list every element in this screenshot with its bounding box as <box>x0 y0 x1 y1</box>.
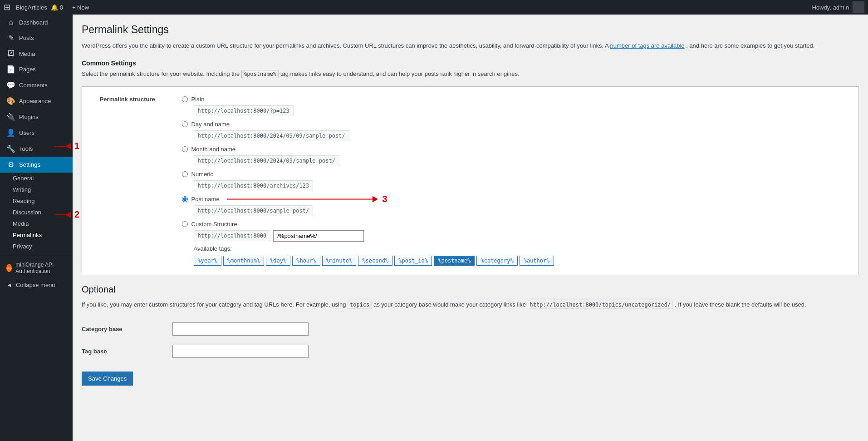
tag-postname[interactable]: %postname% <box>434 256 475 266</box>
tag-minute[interactable]: %minute% <box>322 256 357 266</box>
radio-input-post-name[interactable] <box>182 196 188 202</box>
radio-day-name[interactable]: Day and name <box>182 121 850 128</box>
arrow-head-1 <box>65 143 71 149</box>
sidebar-label-plugins: Plugins <box>19 114 39 120</box>
radio-label-day-name[interactable]: Day and name <box>191 121 230 128</box>
submenu-writing[interactable]: Writing <box>0 184 73 195</box>
sidebar-item-appearance[interactable]: 🎨Appearance <box>0 93 73 109</box>
appearance-icon: 🎨 <box>6 97 15 105</box>
sidebar-item-media[interactable]: 🖼Media <box>0 46 73 61</box>
comments-icon: 💬 <box>6 81 15 89</box>
notifications-count: 0 <box>60 4 63 11</box>
annotation-arrow-2: 2 <box>54 209 79 220</box>
sidebar-item-pages[interactable]: 📄Pages <box>0 61 73 77</box>
tag-base-row: Tag base <box>82 340 859 362</box>
submenu-label-media: Media <box>13 220 29 227</box>
save-changes-button[interactable]: Save Changes <box>82 372 133 386</box>
url-day-name: http://localhost:8000/2024/09/09/sample-… <box>194 130 349 141</box>
desc-end-2: tag makes links easy to understand, and … <box>280 70 520 77</box>
permalink-structure-options: Plain http://localhost:8000/?p=123 Day a… <box>173 86 859 275</box>
category-base-cell <box>172 318 859 340</box>
radio-input-numeric[interactable] <box>182 171 188 177</box>
plugins-icon: 🔌 <box>6 113 15 121</box>
tag-second[interactable]: %second% <box>358 256 392 266</box>
sidebar-label-media: Media <box>19 50 35 57</box>
submenu-label-reading: Reading <box>13 198 34 204</box>
new-button[interactable]: + New <box>72 4 89 11</box>
sidebar-item-posts[interactable]: ✎Posts <box>0 30 73 46</box>
custom-structure-row: http://localhost:8000 <box>194 230 850 242</box>
radio-month-name[interactable]: Month and name <box>182 146 850 153</box>
tag-day[interactable]: %day% <box>266 256 290 266</box>
category-base-label: Category base <box>82 318 172 340</box>
arrow-line-2 <box>54 214 65 215</box>
radio-custom[interactable]: Custom Structure <box>182 221 850 228</box>
optional-title: Optional <box>82 284 859 295</box>
orange-plugin[interactable]: ◎ miniOrange API Authentication <box>0 258 73 278</box>
dashboard-icon: ⌂ <box>6 18 15 26</box>
optional-desc-end: . If you leave these blank the defaults … <box>675 301 806 308</box>
wp-logo-icon[interactable]: ⊞ <box>4 2 10 12</box>
optional-table: Category base Tag base <box>82 318 859 362</box>
sidebar-item-plugins[interactable]: 🔌Plugins <box>0 109 73 125</box>
tag-year[interactable]: %year% <box>194 256 221 266</box>
radio-input-plain[interactable] <box>182 96 188 102</box>
tag-category[interactable]: %category% <box>476 256 517 266</box>
radio-post-name[interactable]: Post name 3 <box>182 196 850 203</box>
permalink-structure-label: Permalink structure <box>82 86 173 275</box>
submenu-label-writing: Writing <box>13 186 31 193</box>
sidebar: ⌂Dashboard ✎Posts 🖼Media 📄Pages 💬Comment… <box>0 15 73 441</box>
page-title: Permalink Settings <box>82 24 859 36</box>
radio-label-custom[interactable]: Custom Structure <box>191 221 237 228</box>
submenu-reading[interactable]: Reading <box>0 195 73 207</box>
avatar[interactable] <box>853 1 864 13</box>
radio-input-month-name[interactable] <box>182 146 188 152</box>
radio-input-custom[interactable] <box>182 221 188 227</box>
tag-hour[interactable]: %hour% <box>292 256 320 266</box>
submenu-general[interactable]: General <box>0 173 73 184</box>
radio-label-numeric[interactable]: Numeric <box>191 171 213 178</box>
radio-plain[interactable]: Plain <box>182 96 850 103</box>
sidebar-label-settings: Settings <box>19 161 40 168</box>
tag-post-id[interactable]: %post_id% <box>394 256 432 266</box>
submenu-privacy[interactable]: Privacy <box>0 241 73 252</box>
desc-text: WordPress offers you the ability to crea… <box>82 42 608 49</box>
topbar-right: Howdy, admin <box>812 1 864 13</box>
available-tags-label: Available tags: <box>194 245 850 252</box>
collapse-menu-button[interactable]: ◄ Collapse menu <box>0 278 73 292</box>
custom-url-input[interactable] <box>273 230 364 242</box>
sidebar-label-dashboard: Dashboard <box>19 19 48 26</box>
radio-input-day-name[interactable] <box>182 121 188 127</box>
sidebar-item-dashboard[interactable]: ⌂Dashboard <box>0 15 73 30</box>
notifications[interactable]: 🔔 0 <box>51 4 63 11</box>
site-name[interactable]: BlogArticles <box>16 4 47 11</box>
common-settings-desc: Select the permalink structure for your … <box>82 70 859 77</box>
users-icon: 👤 <box>6 129 15 137</box>
collapse-label: Collapse menu <box>16 282 55 288</box>
annotation-3: 3 <box>383 194 387 204</box>
radio-label-post-name[interactable]: Post name <box>191 196 220 203</box>
arrow-head-3 <box>373 196 378 202</box>
arrow-head-2 <box>65 212 71 218</box>
radio-label-month-name[interactable]: Month and name <box>191 146 236 153</box>
category-base-input[interactable] <box>172 322 309 336</box>
radio-label-plain[interactable]: Plain <box>191 96 205 103</box>
arrow-line-1 <box>54 146 65 147</box>
arrow-line-3 <box>227 198 373 199</box>
submenu-permalinks[interactable]: Permalinks <box>0 229 73 241</box>
tag-base-input[interactable] <box>172 345 309 358</box>
howdy-text: Howdy, admin <box>812 4 849 11</box>
tags-available-link[interactable]: number of tags are available <box>610 42 684 49</box>
posts-icon: ✎ <box>6 34 15 42</box>
custom-url-prefix: http://localhost:8000 <box>194 230 271 241</box>
radio-numeric[interactable]: Numeric <box>182 171 850 178</box>
submenu-label-discussion: Discussion <box>13 209 41 216</box>
permalink-table: Permalink structure Plain http://localho… <box>82 86 859 275</box>
sidebar-item-settings[interactable]: ⚙Settings General Writing Reading Discus… <box>0 157 73 252</box>
sidebar-item-users[interactable]: 👤Users <box>0 125 73 141</box>
sidebar-item-comments[interactable]: 💬Comments <box>0 77 73 93</box>
annotation-arrow-1: 1 <box>54 141 79 151</box>
annotation-arrow-3: 3 <box>227 194 400 204</box>
tag-author[interactable]: %author% <box>520 256 554 266</box>
tag-monthnum[interactable]: %monthnum% <box>223 256 264 266</box>
